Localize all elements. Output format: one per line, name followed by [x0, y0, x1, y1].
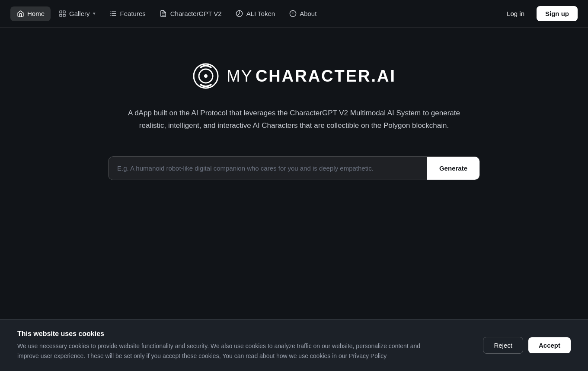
- logo-icon: [192, 62, 220, 90]
- nav-charactergpt[interactable]: CharacterGPT V2: [153, 6, 228, 21]
- cookie-text: This website uses cookies We use necessa…: [17, 330, 466, 361]
- login-button[interactable]: Log in: [500, 6, 531, 21]
- svg-point-18: [204, 74, 208, 78]
- nav-about[interactable]: About: [283, 6, 323, 21]
- signup-button[interactable]: Sign up: [537, 6, 578, 21]
- cookie-body: We use necessary cookies to provide webs…: [17, 341, 432, 361]
- nav-gallery-label: Gallery: [69, 10, 90, 17]
- logo-container: MY CHARACTER.AI: [192, 62, 396, 90]
- nav-ali-token[interactable]: ALI Token: [230, 6, 281, 21]
- nav-home[interactable]: Home: [10, 6, 51, 21]
- cookie-banner: This website uses cookies We use necessa…: [0, 319, 588, 371]
- svg-rect-0: [60, 11, 62, 13]
- nav-gallery[interactable]: Gallery ▾: [52, 6, 102, 21]
- ali-token-icon: [236, 10, 243, 18]
- hero-tagline: A dApp built on the AI Protocol that lev…: [125, 107, 463, 132]
- home-icon: [16, 10, 24, 18]
- charactergpt-icon: [160, 10, 167, 18]
- nav-features-label: Features: [120, 10, 146, 17]
- cookie-buttons: Reject Accept: [483, 337, 571, 354]
- nav-ali-token-label: ALI Token: [246, 10, 275, 17]
- gallery-chevron-icon: ▾: [93, 11, 96, 16]
- nav-left: Home Gallery ▾ Features: [10, 6, 323, 21]
- reject-cookies-button[interactable]: Reject: [483, 337, 523, 354]
- svg-rect-2: [60, 14, 62, 16]
- gallery-icon: [58, 10, 66, 18]
- nav-home-label: Home: [27, 10, 45, 17]
- svg-rect-1: [63, 11, 65, 13]
- about-icon: [289, 10, 297, 18]
- svg-rect-3: [63, 14, 65, 16]
- generate-button[interactable]: Generate: [427, 157, 479, 180]
- nav-about-label: About: [300, 10, 316, 17]
- logo-my: MY: [227, 67, 253, 86]
- main-content: MY CHARACTER.AI A dApp built on the AI P…: [0, 28, 588, 197]
- nav-right: Log in Sign up: [500, 6, 578, 21]
- logo-wordmark: MY CHARACTER.AI: [227, 67, 396, 86]
- nav-features[interactable]: Features: [103, 6, 152, 21]
- logo-character-ai: CHARACTER.AI: [256, 67, 396, 86]
- navbar: Home Gallery ▾ Features: [0, 0, 588, 28]
- accept-cookies-button[interactable]: Accept: [528, 337, 571, 353]
- cookie-title: This website uses cookies: [17, 330, 466, 338]
- nav-charactergpt-label: CharacterGPT V2: [170, 10, 222, 17]
- features-icon: [109, 10, 117, 18]
- generate-bar: Generate: [108, 156, 480, 180]
- character-description-input[interactable]: [109, 157, 427, 180]
